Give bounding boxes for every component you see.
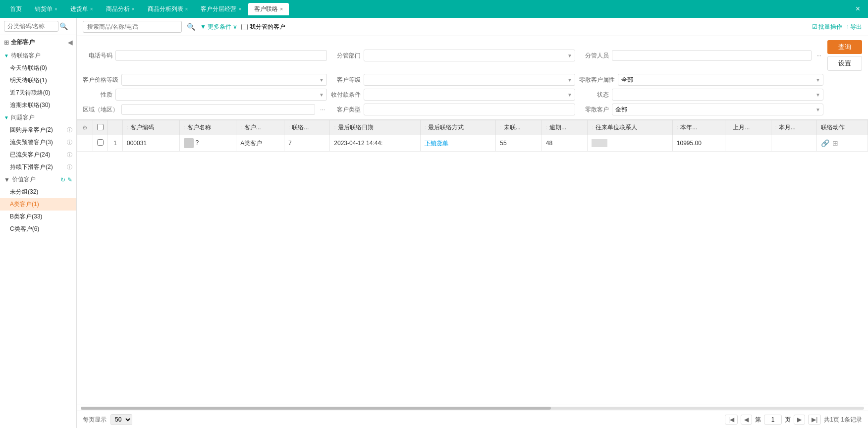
sidebar-item-churned[interactable]: 已流失客户(24) ⓘ — [0, 149, 76, 161]
nav-tab-product-analysis-label: 商品分析 — [106, 5, 130, 13]
row-checkbox[interactable] — [97, 139, 104, 146]
sidebar-item-type-c[interactable]: C类客户(6) — [0, 223, 76, 235]
settings-button[interactable]: 设置 — [827, 56, 862, 71]
close-sales-icon[interactable]: × — [54, 6, 57, 12]
status-select[interactable] — [612, 89, 823, 101]
nav-tab-customer-contact[interactable]: 客户联络 × — [248, 3, 289, 15]
sidebar-search-button[interactable]: 🔍 — [58, 22, 69, 30]
th-this-month[interactable]: 本月... — [771, 120, 816, 135]
payment-select[interactable] — [364, 89, 575, 101]
sidebar-item-type-a[interactable]: A类客户(1) — [0, 198, 76, 211]
close-purchase-icon[interactable]: × — [90, 6, 93, 12]
th-last-method[interactable]: 最后联络方式 — [420, 120, 496, 135]
dept-select[interactable] — [364, 50, 575, 61]
th-contact-person[interactable]: 往来单位联系人 — [588, 120, 673, 135]
row-contact: 7 — [284, 135, 329, 152]
triangle-icon-2: ▼ — [4, 115, 9, 120]
scroll-thumb[interactable] — [81, 407, 551, 410]
th-last-date[interactable]: 最后联络日期 — [330, 120, 420, 135]
scroll-track[interactable] — [81, 407, 864, 410]
customer-type-select[interactable] — [364, 104, 575, 115]
export-button[interactable]: ↑ 导出 — [846, 23, 862, 31]
sidebar-item-today[interactable]: 今天待联络(0) — [0, 62, 76, 74]
sidebar-all-customers-header[interactable]: ⊞ 全部客户 ◀ — [0, 35, 76, 50]
filter-nature-field: 性质 ▼ — [83, 89, 327, 101]
total-records-label: 共1页 1条记录 — [824, 416, 862, 424]
last-method-link[interactable]: 下销货单 — [425, 140, 448, 147]
filter-search-input[interactable] — [83, 21, 182, 33]
nav-tab-sales[interactable]: 销货单 × — [29, 3, 63, 15]
filter-search-button[interactable]: 🔍 — [186, 23, 196, 31]
sidebar-group-value[interactable]: ▼ 价值客户 ↻ ✎ — [0, 173, 76, 186]
sidebar-item-overdue[interactable]: 逾期未联络(30) — [0, 99, 76, 111]
pending-group-label: 待联络客户 — [11, 52, 41, 60]
close-product-analysis-icon[interactable]: × — [132, 6, 135, 12]
sidebar-item-declining-label: 持续下滑客户(2) — [10, 163, 53, 171]
nav-tab-home[interactable]: 首页 — [4, 3, 28, 15]
nature-select[interactable] — [115, 89, 327, 101]
batch-operation-button[interactable]: ☑ 批量操作 — [812, 23, 842, 31]
sidebar-group-pending[interactable]: ▼ 待联络客户 — [0, 50, 76, 62]
select-all-checkbox[interactable] — [97, 124, 104, 130]
filter-dept-field: 分管部门 ▼ — [331, 50, 575, 61]
sidebar: 🔍 ⊞ 全部客户 ◀ ▼ 待联络客户 今天待联络(0) 明天待联络(1) 近7天… — [0, 18, 77, 428]
manager-ellipsis-icon[interactable]: ··· — [814, 52, 823, 59]
th-overdue[interactable]: 逾期... — [542, 120, 587, 135]
close-all-tabs-button[interactable]: × — [852, 2, 864, 15]
horizontal-scrollbar[interactable] — [77, 405, 868, 411]
first-page-button[interactable]: |◀ — [725, 415, 738, 425]
sidebar-item-churn-warning[interactable]: 流失预警客户(3) ⓘ — [0, 136, 76, 149]
th-no-contact[interactable]: 未联... — [496, 120, 542, 135]
last-page-button[interactable]: ▶| — [808, 415, 821, 425]
th-name[interactable]: 客户名称 — [179, 120, 236, 135]
scattered-customer-select[interactable]: 全部 — [612, 104, 823, 115]
close-customer-segment-icon[interactable]: × — [238, 6, 241, 12]
sidebar-search-input[interactable] — [4, 21, 58, 32]
checkbox-header[interactable] — [93, 120, 108, 135]
query-button[interactable]: 查询 — [827, 40, 862, 54]
nav-tab-product-analysis-list[interactable]: 商品分析列表 × — [142, 3, 194, 15]
close-customer-contact-icon[interactable]: × — [280, 6, 283, 12]
gear-header[interactable]: ⚙ — [77, 120, 93, 135]
more-filters-button[interactable]: ▼ 更多条件 ∨ — [200, 23, 237, 31]
phone-input[interactable] — [115, 50, 327, 61]
prev-page-button[interactable]: ◀ — [741, 415, 752, 425]
nav-tab-customer-segment[interactable]: 客户分层经营 × — [195, 3, 247, 15]
refresh-icon[interactable]: ↻ — [60, 176, 65, 183]
action-link-icon[interactable]: 🔗 — [821, 139, 829, 147]
price-level-select[interactable] — [121, 74, 327, 86]
sidebar-item-repurchase[interactable]: 回购异常客户(2) ⓘ — [0, 124, 76, 136]
th-last-month[interactable]: 上月... — [725, 120, 771, 135]
edit-icon[interactable]: ✎ — [67, 176, 72, 183]
sidebar-item-week[interactable]: 近7天待联络(0) — [0, 87, 76, 99]
sidebar-group-problem[interactable]: ▼ 问题客户 — [0, 111, 76, 124]
manager-input[interactable] — [612, 50, 812, 61]
th-code[interactable]: 客户编码 — [123, 120, 180, 135]
th-type[interactable]: 客户... — [236, 120, 284, 135]
nav-tab-customer-segment-label: 客户分层经营 — [201, 5, 236, 13]
row-gear[interactable] — [77, 135, 93, 152]
per-page-select[interactable]: 50 — [110, 414, 132, 425]
nav-tab-purchase[interactable]: 进货单 × — [64, 3, 99, 15]
action-chat-icon[interactable]: ⊞ — [832, 139, 838, 147]
sidebar-item-ungrouped[interactable]: 未分组(32) — [0, 186, 76, 198]
scattered-attr-select[interactable]: 全部 — [618, 74, 823, 86]
page-input[interactable] — [764, 415, 782, 425]
sidebar-item-tomorrow[interactable]: 明天待联络(1) — [0, 74, 76, 87]
my-customers-checkbox[interactable] — [241, 24, 248, 30]
region-input[interactable] — [121, 104, 315, 115]
phone-label: 电话号码 — [83, 52, 112, 60]
region-ellipsis-icon[interactable]: ··· — [318, 106, 327, 113]
sidebar-item-repurchase-label: 回购异常客户(2) — [10, 126, 53, 134]
next-page-button[interactable]: ▶ — [794, 415, 805, 425]
my-customers-checkbox-label[interactable]: 我分管的客户 — [241, 23, 285, 31]
customer-level-select[interactable] — [364, 74, 575, 86]
th-contact[interactable]: 联络... — [284, 120, 329, 135]
sidebar-item-declining[interactable]: 持续下滑客户(2) ⓘ — [0, 161, 76, 173]
nav-tab-product-analysis[interactable]: 商品分析 × — [100, 3, 141, 15]
collapse-icon[interactable]: ◀ — [68, 39, 72, 46]
sidebar-item-type-b[interactable]: B类客户(33) — [0, 211, 76, 223]
all-customers-label: 全部客户 — [11, 38, 35, 47]
close-product-analysis-list-icon[interactable]: × — [185, 6, 188, 12]
th-this-year[interactable]: 本年... — [672, 120, 725, 135]
